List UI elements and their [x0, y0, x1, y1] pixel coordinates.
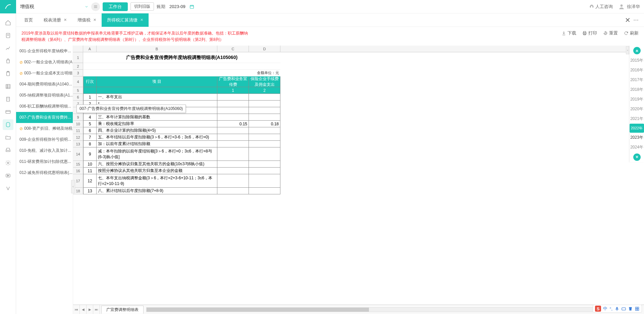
- row-header[interactable]: 3: [73, 70, 83, 76]
- cell[interactable]: 6: [83, 127, 97, 134]
- tabs-menu[interactable]: ⋯: [633, 17, 639, 23]
- row-header[interactable]: 7: [73, 101, 83, 107]
- cell[interactable]: 13: [83, 188, 97, 194]
- cell[interactable]: 七、本年支出纳税调整金额(3＞6，本行=2+3-6+10-11；3≤6，本行=2…: [97, 174, 217, 188]
- cell[interactable]: 项 目: [97, 76, 217, 87]
- ime-skin-icon[interactable]: [628, 306, 633, 311]
- col-header-d[interactable]: D: [249, 46, 280, 52]
- year-2019年[interactable]: 2019年: [630, 95, 644, 104]
- tab-close-icon[interactable]: ✕: [64, 18, 67, 22]
- cell[interactable]: 12: [83, 174, 97, 188]
- year-2018年[interactable]: 2018年: [630, 85, 644, 95]
- workspace-button[interactable]: 工作台: [103, 2, 128, 11]
- cell[interactable]: 保险企业手续费及佣金支出: [249, 76, 280, 87]
- row-header[interactable]: 16: [73, 168, 83, 174]
- cell[interactable]: 3: [83, 107, 97, 114]
- sheet-nav-next[interactable]: ▶: [87, 305, 93, 314]
- cell[interactable]: 1: [217, 87, 249, 94]
- ime-punct[interactable]: °,: [609, 306, 612, 311]
- cell[interactable]: 0.15: [217, 121, 249, 127]
- user-menu[interactable]: 徐泽华: [618, 3, 640, 10]
- cell[interactable]: [249, 127, 280, 134]
- cell[interactable]: [217, 188, 249, 194]
- cell[interactable]: [217, 114, 249, 121]
- v-icon[interactable]: [3, 183, 13, 194]
- cell[interactable]: [249, 188, 280, 194]
- cell[interactable]: 一、本年支出: [97, 94, 217, 101]
- ime-mic-icon[interactable]: [614, 306, 620, 311]
- cell[interactable]: 7: [83, 134, 97, 141]
- cell[interactable]: [249, 161, 280, 168]
- logo[interactable]: [0, 0, 16, 13]
- cell[interactable]: 1: [83, 94, 97, 101]
- horizontal-scrollbar[interactable]: [146, 307, 641, 312]
- year-2024年[interactable]: 2024年: [630, 142, 644, 152]
- year-2020年[interactable]: 2020年: [630, 104, 644, 114]
- cell[interactable]: [249, 134, 280, 141]
- row-header[interactable]: 1: [73, 52, 83, 63]
- cell[interactable]: [249, 174, 280, 188]
- cell[interactable]: 0.18: [249, 121, 280, 127]
- cell[interactable]: 2: [249, 87, 280, 94]
- cell[interactable]: [217, 141, 249, 147]
- cell[interactable]: 2: [83, 101, 97, 107]
- download-button[interactable]: 下载: [561, 30, 576, 36]
- cell[interactable]: [217, 134, 249, 141]
- col-header-a[interactable]: A: [83, 46, 97, 52]
- cell[interactable]: 按照分摊协议从其他关联方归集至本企业的金额: [97, 168, 217, 174]
- tab-0[interactable]: 首页: [19, 13, 38, 27]
- table-icon[interactable]: [3, 81, 13, 92]
- gear-icon[interactable]: [3, 158, 13, 168]
- cell[interactable]: 二、本年符合条件的支出(1-2): [97, 107, 217, 114]
- report-item-1[interactable]: ⊘002-一般企业收入明细表(A...: [16, 57, 73, 68]
- cell[interactable]: 减：本年扣除的以前年度结转额[3＞6，本行=0；3≤6，本行=8与(6-3)孰小…: [97, 147, 217, 161]
- calendar-icon[interactable]: [190, 4, 194, 9]
- cell[interactable]: [83, 63, 280, 70]
- report-item-11[interactable]: 012-减免所得税优惠明细表(...: [16, 167, 73, 178]
- home-icon[interactable]: [3, 17, 13, 28]
- cell[interactable]: 六、按照分摊协议归集至其他关联方的金额(10≤3与6孰小值): [97, 161, 217, 168]
- tab-3[interactable]: 所得税汇算清缴✕: [102, 13, 149, 27]
- cell[interactable]: 三、本年计算扣除限额的基数: [97, 114, 217, 121]
- cell[interactable]: [217, 161, 249, 168]
- year-2016年[interactable]: 2016年: [630, 65, 644, 75]
- ime-toolbox-icon[interactable]: [635, 306, 640, 311]
- row-header[interactable]: 10: [73, 121, 83, 127]
- period-value[interactable]: 2023-09: [169, 4, 185, 9]
- report-item-10[interactable]: 011-研发费用加计扣除优惠...: [16, 156, 73, 167]
- col-header-b[interactable]: B: [97, 46, 217, 52]
- module-dropdown[interactable]: 增值税: [20, 4, 89, 10]
- cell[interactable]: 四、本企业计算的扣除限额(4×5): [97, 127, 217, 134]
- unit-label[interactable]: 金额单位：元: [83, 70, 280, 76]
- row-header[interactable]: 6: [73, 94, 83, 101]
- cell[interactable]: [249, 94, 280, 101]
- row-header[interactable]: 15: [73, 161, 83, 168]
- card-icon[interactable]: [3, 107, 13, 117]
- year-scroll-down[interactable]: [633, 153, 641, 161]
- reset-button[interactable]: 重置: [603, 30, 618, 36]
- sheet-nav-last[interactable]: ⏭: [93, 305, 100, 314]
- chart-icon[interactable]: [3, 43, 13, 54]
- tab-close-icon[interactable]: ✕: [93, 18, 96, 22]
- report-item-7[interactable]: ⊘008-资产折旧、摊销及纳税...: [16, 123, 73, 134]
- round-menu-button[interactable]: [91, 2, 100, 11]
- building-icon[interactable]: [3, 94, 13, 105]
- cell[interactable]: [217, 127, 249, 134]
- row-header[interactable]: 4: [73, 76, 83, 87]
- report-item-5[interactable]: 006-职工薪酬纳税调整明细...: [16, 101, 73, 112]
- cell[interactable]: 8: [83, 141, 97, 147]
- video-icon[interactable]: [3, 170, 13, 181]
- cell[interactable]: 乘：税收规定扣除率: [97, 121, 217, 127]
- sheet-tab[interactable]: 广宣费调整明细表: [101, 306, 144, 314]
- cell[interactable]: [217, 101, 249, 107]
- report-item-0[interactable]: 001-企业所得税年度纳税申...: [16, 46, 73, 57]
- year-scroll-up[interactable]: [633, 47, 641, 54]
- tax-icon[interactable]: [3, 119, 13, 130]
- cell[interactable]: [249, 141, 280, 147]
- tab-1[interactable]: 税表清册✕: [38, 13, 72, 27]
- ime-keyboard-icon[interactable]: [621, 306, 626, 311]
- row-header[interactable]: 9: [73, 114, 83, 121]
- row-header[interactable]: 2: [73, 63, 83, 70]
- ime-logo[interactable]: S: [595, 306, 601, 312]
- row-header[interactable]: 14: [73, 147, 83, 161]
